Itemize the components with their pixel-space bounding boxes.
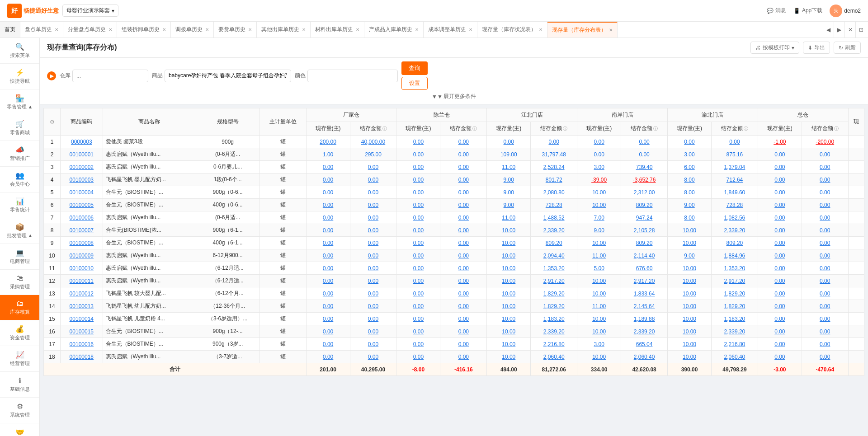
sidebar-item-marketing[interactable]: 📣 营销推广 (0, 141, 39, 167)
sidebar-item-wholesale[interactable]: 📦 批发管理 ▲ (0, 218, 39, 244)
th-jiangbei-amount: 结存金额ⓘ (531, 122, 577, 136)
refresh-btn[interactable]: ↻ 刷新 (834, 42, 861, 54)
cell-seq: 18 (44, 351, 61, 363)
tab-assembly[interactable]: 组装拆卸单历史 ✕ (117, 22, 171, 38)
search-btn[interactable]: 查询 (401, 61, 428, 75)
cell-jiangbei-stock: 109.00 (487, 148, 531, 161)
cell-jiangbei-amount: 2,528.24 (531, 161, 577, 173)
cell-factory-amount: 0.00 (350, 224, 396, 237)
tab-other-outbound[interactable]: 其他出库单历史 ✕ (257, 22, 311, 38)
tab-stock-status[interactable]: 现存量（库存状况表） ✕ (477, 22, 547, 38)
warehouse-input[interactable] (72, 70, 148, 82)
cell-yubeimen-amount: 809.20 (712, 237, 758, 249)
tab-next-btn[interactable]: ▶ (834, 22, 844, 38)
sidebar-item-label: 营销推广 (2, 155, 38, 162)
sidebar-item-basic-info[interactable]: ℹ 基础信息 (0, 372, 39, 398)
tab-product-inbound[interactable]: 产成品入库单历史 ✕ (364, 22, 424, 38)
cell-chenlan-amount: 0.00 (440, 287, 487, 300)
industry-select[interactable]: 母婴行业演示陈套 ▾ (62, 5, 118, 17)
close-icon[interactable]: ✕ (539, 27, 542, 32)
print-btn[interactable]: 🖨 按模板打印 ▾ (750, 42, 799, 54)
cell-factory-amount: 0.00 (350, 351, 396, 363)
sidebar-item-retail-stats[interactable]: 📊 零售统计 (0, 192, 39, 218)
sidebar-item-label: 快捷导航 (2, 78, 38, 84)
close-icon[interactable]: ✕ (469, 27, 472, 32)
sidebar-item-search[interactable]: 🔍 搜索英单 (0, 38, 39, 64)
sidebar-item-purchase[interactable]: 🛍 采购管理 (0, 270, 39, 295)
sidebar-item-retail-mall[interactable]: 🛒 零售商城 (0, 115, 39, 141)
close-icon[interactable]: ✕ (302, 27, 306, 32)
cell-yubeimen-stock: 8.00 (667, 186, 711, 199)
cell-seq: 16 (44, 325, 61, 338)
cell-nanan-amount: 809.20 (621, 199, 668, 211)
tab-home[interactable]: 首页 (0, 22, 20, 38)
expand-row-btn[interactable]: ▶ (47, 71, 56, 80)
cell-jiangbei-amount: 2,060.40 (531, 351, 577, 363)
cell-jiangbei-stock: 9.00 (487, 186, 531, 199)
tab-close-all-btn[interactable]: ✕ (844, 22, 855, 38)
th-factory-stock: 现存量(主) (306, 122, 350, 136)
tab-cost-adjust[interactable]: 成本调整单历史 ✕ (424, 22, 477, 38)
cell-current (848, 351, 864, 363)
cell-chenlan-stock: 0.00 (396, 313, 440, 325)
close-icon[interactable]: ✕ (609, 28, 613, 33)
close-icon[interactable]: ✕ (55, 27, 58, 32)
cell-total-stock: 0.00 (758, 186, 802, 199)
goods-input[interactable] (165, 70, 291, 82)
table-row: 16 00100015 合生元（BIOSTIME）... 900g（12-...… (44, 325, 864, 338)
close-icon[interactable]: ✕ (205, 27, 209, 32)
cell-nanan-amount: 809.20 (621, 237, 668, 249)
cell-code: 00100001 (61, 148, 103, 161)
sidebar-item-quick-nav[interactable]: ⚡ 快捷导航 (0, 64, 39, 89)
close-icon[interactable]: ✕ (248, 27, 252, 32)
tab-requisition[interactable]: 要货单历史 ✕ (214, 22, 257, 38)
cell-code: 00100013 (61, 300, 103, 313)
cell-jiangbei-amount: 2,094.40 (531, 249, 577, 262)
tab-sub-inventory[interactable]: 分量盘点单历史 ✕ (63, 22, 117, 38)
cell-current (848, 148, 864, 161)
table-container[interactable]: ⚙ 商品编码 商品名称 规格型号 主计量单位 厂家仓 陈兰仓 江北门店 南岸门店… (40, 104, 868, 436)
cell-yubeimen-stock: 3.00 (667, 148, 711, 161)
cell-factory-amount: 0.00 (350, 313, 396, 325)
message-btn[interactable]: 💬 消息 (767, 7, 786, 14)
sidebar-item-enterprise[interactable]: 🤝 企业协同 (0, 423, 39, 436)
main-layout: 🔍 搜索英单 ⚡ 快捷导航 🏪 零售管理 ▲ 🛒 零售商城 📣 营销推广 👥 会… (0, 38, 868, 436)
settings-btn[interactable]: 设置 (401, 77, 428, 90)
sidebar-item-retail-mgmt[interactable]: 🏪 零售管理 ▲ (0, 89, 39, 115)
th-seq: 商品编码 (61, 108, 103, 136)
export-btn[interactable]: ⬇ 导出 (803, 42, 830, 54)
tab-inventory-count[interactable]: 盘点单历史 ✕ (20, 22, 63, 38)
tab-expand-btn[interactable]: ⊡ (855, 22, 866, 38)
sidebar-item-finance[interactable]: 💰 资金管理 (0, 320, 39, 346)
close-icon[interactable]: ✕ (162, 27, 166, 32)
cell-factory-stock: 0.00 (306, 325, 350, 338)
tab-prev-btn[interactable]: ◀ (823, 22, 834, 38)
chevron-down-icon: ▾ (112, 8, 114, 14)
expand-conditions-btn[interactable]: ▼▼ 展开更多条件 (432, 93, 476, 100)
sidebar-item-ops[interactable]: 📈 经营管理 (0, 346, 39, 372)
app-download-btn[interactable]: 📱 App下载 (793, 7, 822, 14)
sidebar-item-inventory[interactable]: 🗂 库存核算 (0, 295, 39, 320)
sidebar-item-member[interactable]: 👥 会员中心 (0, 167, 39, 192)
tab-material-outbound[interactable]: 材料出库单历史 ✕ (311, 22, 364, 38)
sidebar-item-ecommerce[interactable]: 💻 电商管理 (0, 244, 39, 270)
tab-stock-distribution[interactable]: 现存量（库存分布表） ✕ (547, 22, 618, 38)
cell-chenlan-stock: 0.00 (396, 300, 440, 313)
sidebar-item-system[interactable]: ⚙ 系统管理 (0, 398, 39, 423)
color-input[interactable] (307, 70, 398, 82)
warehouse-label: 仓库 (60, 72, 71, 80)
close-icon[interactable]: ✕ (415, 27, 419, 32)
cell-spec: 900g（12-... (196, 325, 259, 338)
tab-transfer[interactable]: 调拨单历史 ✕ (171, 22, 214, 38)
cell-chenlan-stock: 0.00 (396, 275, 440, 287)
cell-nanan-amount: 0.00 (621, 136, 668, 148)
th-current: 现 (848, 108, 864, 136)
cell-factory-amount: 0.00 (350, 173, 396, 186)
user-area[interactable]: 头 demo2 (830, 5, 861, 17)
cell-chenlan-stock: 0.00 (396, 249, 440, 262)
close-icon[interactable]: ✕ (356, 27, 359, 32)
cell-total-stock: 0.00 (758, 237, 802, 249)
th-settings[interactable]: ⚙ (44, 108, 61, 136)
cell-chenlan-stock: 0.00 (396, 136, 440, 148)
close-icon[interactable]: ✕ (108, 27, 112, 32)
